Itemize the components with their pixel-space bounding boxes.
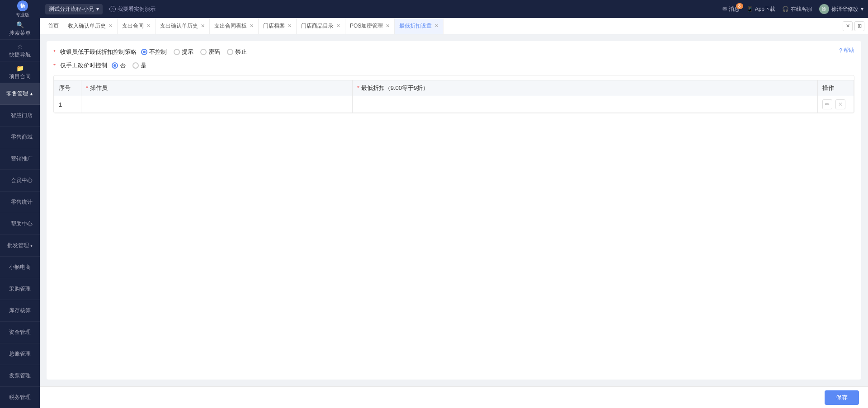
content-area: 首页 收入确认单历史 ✕ 支出合同 ✕ 支出确认单历史 ✕ 支出合同看板 ✕ 门… bbox=[40, 18, 868, 408]
tab-store-archive[interactable]: 门店档案 ✕ bbox=[259, 18, 297, 34]
project-selector[interactable]: 测试分开流程-小兄 ▾ bbox=[45, 4, 103, 14]
sidebar-item-project[interactable]: 📁 项目合同 bbox=[0, 61, 40, 83]
sidebar-item-inventory[interactable]: 库存核算 bbox=[0, 300, 40, 322]
close-payment-contract-tab[interactable]: ✕ bbox=[146, 23, 151, 29]
sidebar-item-retail[interactable]: 零售管理 ▲ bbox=[0, 83, 40, 105]
sidebar-item-online-store[interactable]: 零售商城 bbox=[0, 127, 40, 148]
sidebar-item-tax[interactable]: 税务管理 bbox=[0, 387, 40, 408]
close-pos-password-tab[interactable]: ✕ bbox=[386, 23, 390, 29]
radio-manual-no-circle bbox=[112, 62, 118, 69]
sidebar-item-smart-store[interactable]: 智慧门店 bbox=[0, 105, 40, 127]
tab-actions: ✕ ⊞ bbox=[843, 21, 864, 31]
customer-service-button[interactable]: 🎧 在线客服 bbox=[782, 5, 812, 13]
project-name: 测试分开流程-小兄 bbox=[49, 5, 94, 13]
tab-min-discount[interactable]: 最低折扣设置 ✕ bbox=[395, 18, 443, 34]
close-income-history-tab[interactable]: ✕ bbox=[108, 23, 113, 29]
policy-required-star: * bbox=[53, 49, 56, 56]
sidebar-label-shortcut: 快捷导航 bbox=[9, 52, 31, 59]
sidebar-label-tax: 税务管理 bbox=[9, 394, 31, 401]
cell-min-discount bbox=[353, 96, 818, 113]
tab-store-products[interactable]: 门店商品目录 ✕ bbox=[297, 18, 345, 34]
sidebar-item-help[interactable]: 帮助中心 bbox=[0, 213, 40, 235]
policy-no-control[interactable]: 不控制 bbox=[141, 48, 167, 56]
sidebar-item-marketing[interactable]: 营销推广 bbox=[0, 148, 40, 170]
app-download-button[interactable]: 📱 App下载 bbox=[746, 5, 775, 13]
sidebar-item-ecommerce[interactable]: 小畅电商 bbox=[0, 257, 40, 278]
sidebar-label-wholesale: 批发管理 bbox=[7, 242, 29, 249]
policy-form-row: * 收银员低于最低折扣控制策略 不控制 提示 bbox=[53, 48, 854, 56]
close-payment-confirm-history-tab[interactable]: ✕ bbox=[201, 23, 205, 29]
table-body: 1 ✏ ✕ bbox=[54, 96, 854, 113]
wholesale-arrow-icon: ▾ bbox=[30, 243, 33, 249]
th-actions: 操作 bbox=[818, 80, 854, 96]
sidebar-label-member: 会员中心 bbox=[11, 177, 33, 184]
radio-manual-yes-circle bbox=[132, 62, 139, 69]
policy-password[interactable]: 密码 bbox=[200, 48, 220, 56]
manual-no[interactable]: 否 bbox=[112, 61, 126, 70]
tab-home[interactable]: 首页 bbox=[43, 18, 63, 34]
sidebar-label-search: 搜索菜单 bbox=[9, 30, 31, 37]
retail-arrow-icon: ▲ bbox=[29, 91, 34, 97]
phone-icon: 📱 bbox=[746, 6, 753, 12]
avatar: 徐 bbox=[819, 4, 829, 14]
logo-area: 畅 专业版 bbox=[5, 0, 41, 18]
policy-radio-group: 不控制 提示 密码 禁止 bbox=[141, 48, 247, 56]
sidebar-label-help: 帮助中心 bbox=[11, 220, 33, 228]
tab-income-history[interactable]: 收入确认单历史 ✕ bbox=[63, 18, 118, 34]
tab-payment-confirm-history[interactable]: 支出确认单历史 ✕ bbox=[156, 18, 210, 34]
sidebar-label-ecommerce: 小畅电商 bbox=[9, 264, 31, 271]
close-store-archive-tab[interactable]: ✕ bbox=[288, 23, 292, 29]
sidebar-item-search[interactable]: 🔍 搜索菜单 bbox=[0, 18, 40, 40]
policy-hint[interactable]: 提示 bbox=[174, 48, 193, 56]
policy-forbid[interactable]: 禁止 bbox=[227, 48, 247, 56]
close-store-products-tab[interactable]: ✕ bbox=[336, 23, 340, 29]
sidebar-label-stats: 零售统计 bbox=[11, 199, 33, 206]
demo-link[interactable]: ○ 我要看实例演示 bbox=[109, 5, 156, 13]
folder-icon: 📁 bbox=[16, 64, 24, 72]
th-min-discount: * 最低折扣（9.00等于9折） bbox=[353, 80, 818, 96]
sidebar-label-project: 项目合同 bbox=[9, 73, 31, 80]
save-button[interactable]: 保存 bbox=[825, 390, 859, 405]
close-payment-board-tab[interactable]: ✕ bbox=[250, 23, 254, 29]
top-header: 畅 专业版 测试分开流程-小兄 ▾ ○ 我要看实例演示 ✉ 消息 8 📱 App… bbox=[0, 0, 868, 18]
sidebar-item-finance[interactable]: 资金管理 bbox=[0, 322, 40, 343]
radio-password-circle bbox=[200, 49, 207, 55]
restore-tab-button[interactable]: ⊞ bbox=[854, 21, 864, 31]
sidebar-label-finance: 资金管理 bbox=[9, 329, 31, 336]
tab-payment-board[interactable]: 支出合同看板 ✕ bbox=[210, 18, 259, 34]
sidebar-item-member[interactable]: 会员中心 bbox=[0, 170, 40, 192]
close-min-discount-tab[interactable]: ✕ bbox=[434, 23, 439, 29]
cell-actions: ✏ ✕ bbox=[818, 96, 854, 113]
policy-label: 收银员低于最低折扣控制策略 bbox=[60, 48, 137, 56]
main-layout: 🔍 搜索菜单 ☆ 快捷导航 📁 项目合同 零售管理 ▲ 智慧门店 零售商城 营销… bbox=[0, 18, 868, 408]
sidebar-item-stats[interactable]: 零售统计 bbox=[0, 192, 40, 213]
sidebar-label-marketing: 营销推广 bbox=[11, 155, 33, 163]
edit-row-button[interactable]: ✏ bbox=[822, 99, 832, 109]
table-row: 1 ✏ ✕ bbox=[54, 96, 854, 113]
sidebar-item-shortcut[interactable]: ☆ 快捷导航 bbox=[0, 40, 40, 61]
tab-payment-contract[interactable]: 支出合同 ✕ bbox=[118, 18, 156, 34]
sidebar-label-smart-store: 智慧门店 bbox=[11, 112, 33, 119]
logo-text: 专业版 bbox=[16, 12, 29, 18]
manual-yes[interactable]: 是 bbox=[132, 61, 146, 70]
help-button[interactable]: ? 帮助 bbox=[839, 47, 854, 54]
cell-operator bbox=[81, 96, 353, 113]
close-tab-button[interactable]: ✕ bbox=[843, 21, 853, 31]
sidebar-label-invoice: 发票管理 bbox=[9, 372, 31, 380]
messages-button[interactable]: ✉ 消息 8 bbox=[722, 5, 740, 13]
th-seq: 序号 bbox=[54, 80, 81, 96]
sidebar-item-invoice[interactable]: 发票管理 bbox=[0, 365, 40, 387]
sidebar-label-purchase: 采购管理 bbox=[9, 286, 31, 293]
sidebar-item-purchase[interactable]: 采购管理 bbox=[0, 278, 40, 300]
user-dropdown-icon: ▾ bbox=[861, 6, 863, 12]
message-icon: ✉ bbox=[722, 6, 727, 12]
user-info[interactable]: 徐 徐泽华修改 ▾ bbox=[819, 4, 863, 14]
sidebar-item-ledger[interactable]: 总账管理 bbox=[0, 343, 40, 365]
demo-circle-icon: ○ bbox=[109, 6, 116, 12]
tab-pos-password[interactable]: POS加密管理 ✕ bbox=[345, 18, 395, 34]
headset-icon: 🎧 bbox=[782, 6, 789, 12]
discount-table: 序号 * 操作员 * 最低折扣（9.00等于9折） 操作 bbox=[54, 80, 854, 113]
delete-row-button[interactable]: ✕ bbox=[835, 99, 845, 109]
sidebar-item-wholesale[interactable]: 批发管理 ▾ bbox=[0, 235, 40, 257]
bottom-bar: 保存 bbox=[40, 386, 868, 408]
